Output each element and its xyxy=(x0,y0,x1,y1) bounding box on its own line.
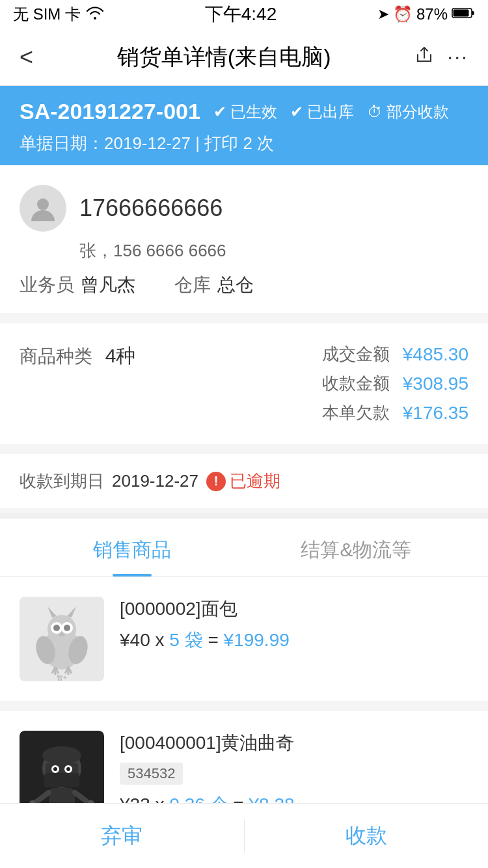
product-qty: 5 xyxy=(169,630,180,650)
transaction-label: 成交金额 xyxy=(322,343,390,366)
product-price: ¥40 x 5 袋 = ¥199.99 xyxy=(120,628,468,653)
customer-row1: 17666666666 xyxy=(20,185,468,232)
warehouse-label: 仓库 xyxy=(174,273,211,297)
product-total: ¥199.99 xyxy=(224,630,290,650)
badge-shipped-label: 已出库 xyxy=(307,102,354,122)
summary-left: 商品种类 4种 xyxy=(20,343,135,370)
svg-rect-2 xyxy=(454,10,469,17)
receipt-amount: ¥308.95 xyxy=(403,373,468,394)
location-icon: ➤ xyxy=(377,6,389,23)
due-date: 2019-12-27 xyxy=(112,471,198,491)
sales-meta: 业务员 曾凡杰 xyxy=(20,273,135,297)
check-icon: ✔ xyxy=(213,103,226,121)
page-title: 销货单详情(来自电脑) xyxy=(117,42,331,72)
receipt-row: 收款金额 ¥308.95 xyxy=(322,372,468,395)
order-id: SA-20191227-001 xyxy=(20,99,200,124)
sales-value: 曾凡杰 xyxy=(81,273,135,297)
svg-point-30 xyxy=(66,767,70,771)
order-header: SA-20191227-001 ✔ 已生效 ✔ 已出库 ⏱ 部分收款 单据日期：… xyxy=(0,86,488,165)
nav-bar: < 销货单详情(来自电脑) ··· xyxy=(0,29,488,86)
product-info: [0000002]面包 ¥40 x 5 袋 = ¥199.99 xyxy=(120,597,468,653)
status-right: ➤ ⏰ 87% xyxy=(377,5,475,23)
nav-right: ··· xyxy=(414,45,468,69)
arrears-row: 本单欠款 ¥176.35 xyxy=(322,401,468,424)
price-unit: ¥40 xyxy=(120,630,150,650)
customer-sub: 张，156 6666 6666 xyxy=(20,239,468,262)
battery-percent: 87% xyxy=(416,5,448,23)
tabs: 销售商品 结算&物流等 xyxy=(0,519,488,576)
tabs-section: 销售商品 结算&物流等 xyxy=(0,519,488,577)
price-multiply: x xyxy=(156,630,170,650)
svg-point-3 xyxy=(37,198,49,210)
svg-text:暂+: 暂+ xyxy=(57,674,67,681)
transaction-amount: ¥485.30 xyxy=(403,344,468,365)
more-button[interactable]: ··· xyxy=(447,45,468,69)
receipt-label: 收款金额 xyxy=(322,372,390,395)
tab-settlement-label: 结算&物流等 xyxy=(301,539,411,560)
transaction-row: 成交金额 ¥485.30 xyxy=(322,343,468,366)
clock-icon: ⏱ xyxy=(367,103,383,121)
summary-section: 商品种类 4种 成交金额 ¥485.30 收款金额 ¥308.95 本单欠款 ¥… xyxy=(0,323,488,444)
product-sku: 534532 xyxy=(120,763,183,785)
battery-icon xyxy=(452,5,475,23)
collect-payment-button[interactable]: 收款 xyxy=(245,806,489,866)
back-button[interactable]: < xyxy=(20,44,33,71)
status-bar: 无 SIM 卡 下午4:42 ➤ ⏰ 87% xyxy=(0,0,488,29)
sales-label: 业务员 xyxy=(20,273,74,297)
svg-point-29 xyxy=(53,767,57,771)
order-date-row: 单据日期：2019-12-27 | 打印 2 次 xyxy=(20,132,468,155)
warehouse-meta: 仓库 总仓 xyxy=(174,273,254,297)
svg-rect-31 xyxy=(44,773,79,787)
product-type-label: 商品种类 xyxy=(20,346,92,366)
cancel-review-button[interactable]: 弃审 xyxy=(0,806,244,866)
status-time: 下午4:42 xyxy=(205,2,277,27)
wifi-icon xyxy=(86,5,104,23)
due-section: 收款到期日 2019-12-27 ! 已逾期 xyxy=(0,454,488,508)
badge-active: ✔ 已生效 xyxy=(213,102,277,122)
overdue-label: 已逾期 xyxy=(230,470,280,493)
status-left: 无 SIM 卡 xyxy=(13,4,104,25)
bottom-bar: 弃审 收款 xyxy=(0,803,488,868)
warehouse-value: 总仓 xyxy=(217,273,254,297)
order-header-row1: SA-20191227-001 ✔ 已生效 ✔ 已出库 ⏱ 部分收款 xyxy=(20,99,468,124)
badge-partial-label: 部分收款 xyxy=(386,102,449,122)
customer-section: 17666666666 张，156 6666 6666 业务员 曾凡杰 仓库 总… xyxy=(0,165,488,313)
tab-settlement[interactable]: 结算&物流等 xyxy=(244,519,468,576)
signal-text: 无 SIM 卡 xyxy=(13,4,81,25)
price-equals: = xyxy=(208,630,223,650)
avatar xyxy=(20,185,66,232)
share-button[interactable] xyxy=(414,45,434,69)
svg-point-11 xyxy=(53,625,60,631)
customer-meta: 业务员 曾凡杰 仓库 总仓 xyxy=(20,273,468,297)
overdue-badge: ! 已逾期 xyxy=(206,470,280,493)
nav-left: < xyxy=(20,44,33,71)
svg-rect-1 xyxy=(472,11,474,15)
tab-products[interactable]: 销售商品 xyxy=(20,519,244,576)
badge-partial: ⏱ 部分收款 xyxy=(367,102,449,122)
due-label: 收款到期日 xyxy=(20,470,104,493)
overdue-icon: ! xyxy=(206,472,226,491)
product-code-2: [000400001]黄油曲奇 xyxy=(120,731,468,755)
arrears-amount: ¥176.35 xyxy=(403,403,468,424)
tab-products-label: 销售商品 xyxy=(93,539,171,560)
svg-point-12 xyxy=(64,625,70,631)
svg-point-25 xyxy=(42,746,81,765)
product-code: [0000002]面包 xyxy=(120,597,468,621)
product-list: 暂+ [0000002]面包 ¥40 x 5 袋 = ¥199.99 xyxy=(0,577,488,837)
table-row: 暂+ [0000002]面包 ¥40 x 5 袋 = ¥199.99 xyxy=(0,577,488,701)
summary-right: 成交金额 ¥485.30 收款金额 ¥308.95 本单欠款 ¥176.35 xyxy=(322,343,468,424)
product-unit: 袋 xyxy=(185,630,203,650)
badge-shipped: ✔ 已出库 xyxy=(290,102,354,122)
alarm-icon: ⏰ xyxy=(393,5,413,23)
check-icon2: ✔ xyxy=(290,103,303,121)
product-thumbnail: 暂+ xyxy=(20,597,104,681)
product-type-value: 4种 xyxy=(105,345,136,366)
customer-name: 17666666666 xyxy=(79,195,223,222)
badge-active-label: 已生效 xyxy=(230,102,277,122)
arrears-label: 本单欠款 xyxy=(322,401,390,424)
